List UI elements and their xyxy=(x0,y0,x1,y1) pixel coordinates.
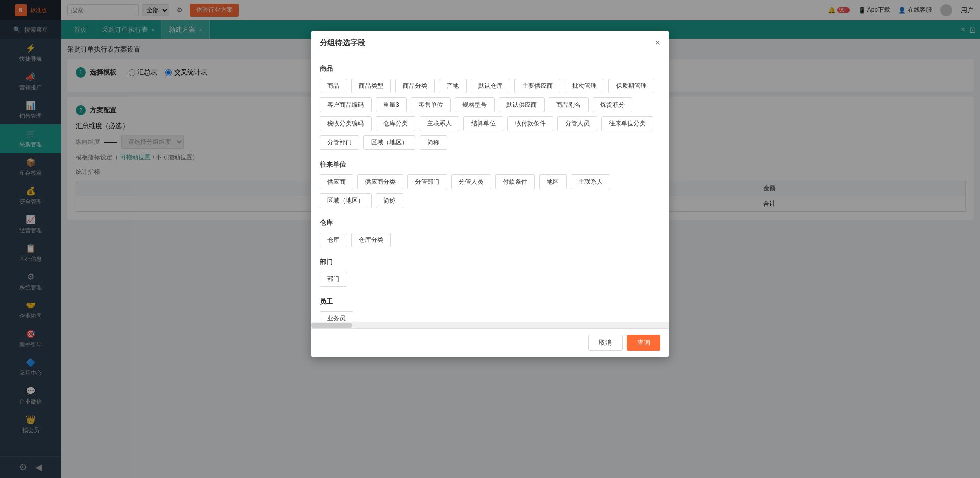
field-tag[interactable]: 分管部门 xyxy=(407,174,447,189)
field-tags: 商品商品类型商品分类产地默认仓库主要供应商批次管理保质期管理客户商品编码重量3零… xyxy=(320,79,660,150)
field-tag[interactable]: 主联系人 xyxy=(420,116,459,131)
section-title: 仓库 xyxy=(320,218,660,228)
field-tag[interactable]: 业务员 xyxy=(320,311,353,322)
modal-header: 分组待选字段 × xyxy=(311,31,669,56)
confirm-button[interactable]: 查询 xyxy=(627,335,660,351)
field-tag[interactable]: 部门 xyxy=(320,272,347,287)
field-tags: 供应商供应商分类分管部门分管人员付款条件地区主联系人区域（地区）简称 xyxy=(320,174,660,208)
field-tag[interactable]: 区域（地区） xyxy=(363,135,415,150)
field-tag[interactable]: 仓库 xyxy=(320,233,347,247)
field-tag[interactable]: 炼货积分 xyxy=(593,97,632,112)
modal-horizontal-scrollbar[interactable] xyxy=(311,322,669,328)
section-title: 部门 xyxy=(320,258,660,267)
field-tag[interactable]: 批次管理 xyxy=(565,79,604,93)
field-tag[interactable]: 商品分类 xyxy=(395,79,435,93)
field-tags: 业务员 xyxy=(320,311,660,322)
section-title: 商品 xyxy=(320,64,660,73)
field-tag[interactable]: 分管人员 xyxy=(451,174,491,189)
field-tags: 部门 xyxy=(320,272,660,287)
modal-overlay: 分组待选字段 × 商品商品商品类型商品分类产地默认仓库主要供应商批次管理保质期管… xyxy=(0,0,980,478)
field-tag[interactable]: 默认仓库 xyxy=(471,79,510,93)
field-tag[interactable]: 区域（地区） xyxy=(320,193,372,208)
field-tag[interactable]: 供应商 xyxy=(320,174,353,189)
field-section-商品: 商品商品商品类型商品分类产地默认仓库主要供应商批次管理保质期管理客户商品编码重量… xyxy=(320,64,660,150)
field-tag[interactable]: 仓库分类 xyxy=(351,233,391,247)
field-tag[interactable]: 税收分类编码 xyxy=(320,116,372,131)
field-tag[interactable]: 简称 xyxy=(420,135,447,150)
hscroll-thumb xyxy=(311,323,352,328)
modal-title: 分组待选字段 xyxy=(320,38,365,48)
field-tag[interactable]: 主要供应商 xyxy=(514,79,560,93)
modal-close-icon[interactable]: × xyxy=(655,38,660,48)
field-tag[interactable]: 简称 xyxy=(376,193,403,208)
field-section-部门: 部门部门 xyxy=(320,258,660,287)
field-tag[interactable]: 商品类型 xyxy=(351,79,391,93)
field-tag[interactable]: 重量3 xyxy=(376,97,407,112)
field-tag[interactable]: 主联系人 xyxy=(571,174,610,189)
field-section-员工: 员工业务员 xyxy=(320,297,660,322)
field-tag[interactable]: 零售单位 xyxy=(411,97,451,112)
field-select-modal: 分组待选字段 × 商品商品商品类型商品分类产地默认仓库主要供应商批次管理保质期管… xyxy=(311,31,669,357)
modal-footer: 取消 查询 xyxy=(311,328,669,357)
section-title: 往来单位 xyxy=(320,160,660,169)
field-tag[interactable]: 默认供应商 xyxy=(499,97,545,112)
field-tag[interactable]: 分管人员 xyxy=(557,116,597,131)
cancel-button[interactable]: 取消 xyxy=(588,335,623,351)
field-tags: 仓库仓库分类 xyxy=(320,233,660,247)
field-tag[interactable]: 客户商品编码 xyxy=(320,97,372,112)
field-tag[interactable]: 保质期管理 xyxy=(608,79,654,93)
field-tag[interactable]: 商品别名 xyxy=(549,97,589,112)
field-section-往来单位: 往来单位供应商供应商分类分管部门分管人员付款条件地区主联系人区域（地区）简称 xyxy=(320,160,660,208)
field-tag[interactable]: 仓库分类 xyxy=(376,116,415,131)
field-tag[interactable]: 供应商分类 xyxy=(357,174,403,189)
field-tag[interactable]: 结算单位 xyxy=(463,116,503,131)
field-section-仓库: 仓库仓库仓库分类 xyxy=(320,218,660,247)
field-tag[interactable]: 商品 xyxy=(320,79,347,93)
field-tag[interactable]: 分管部门 xyxy=(320,135,359,150)
field-tag[interactable]: 收付款条件 xyxy=(507,116,553,131)
modal-body: 商品商品商品类型商品分类产地默认仓库主要供应商批次管理保质期管理客户商品编码重量… xyxy=(311,56,669,322)
field-tag[interactable]: 地区 xyxy=(539,174,567,189)
field-tag[interactable]: 规格型号 xyxy=(455,97,495,112)
field-tag[interactable]: 产地 xyxy=(439,79,467,93)
field-tag[interactable]: 往来单位分类 xyxy=(601,116,653,131)
field-tag[interactable]: 付款条件 xyxy=(495,174,535,189)
section-title: 员工 xyxy=(320,297,660,306)
